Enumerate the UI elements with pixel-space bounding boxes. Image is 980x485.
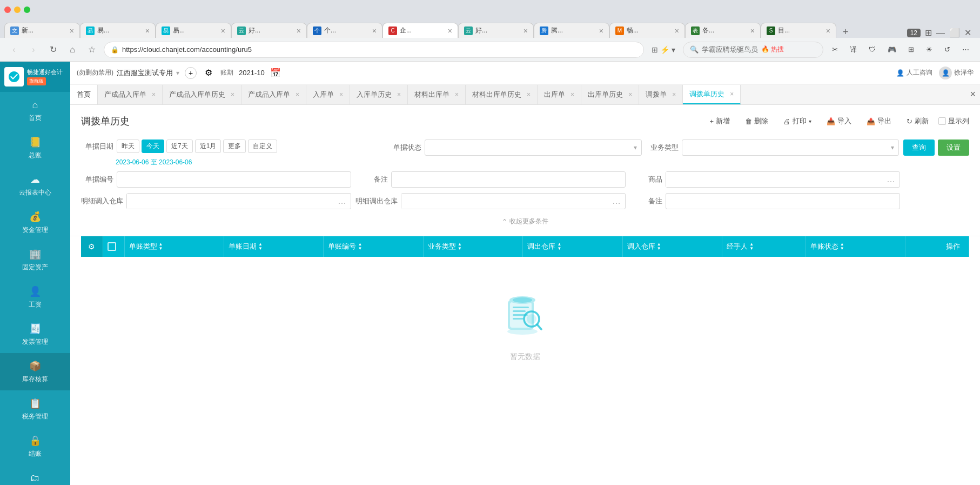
shield-btn[interactable]: 🛡 xyxy=(864,43,880,56)
company-selector[interactable]: (勿删勿禁用) 江西服宝测试专用 ▾ xyxy=(77,68,179,78)
biz-type-select[interactable]: ▾ xyxy=(682,139,899,156)
tab-close-10[interactable]: × xyxy=(750,26,755,35)
browser-tab-9[interactable]: M 畅... × xyxy=(609,23,685,38)
add-btn[interactable]: + 新增 xyxy=(704,114,735,129)
note-input[interactable] xyxy=(666,193,900,209)
page-tab-home[interactable]: 首页 xyxy=(70,85,98,104)
browser-tab-7[interactable]: 云 好... × xyxy=(458,23,534,38)
reload-btn[interactable]: ↻ xyxy=(45,42,61,57)
th-gear[interactable]: ⚙ xyxy=(81,236,103,257)
th-doc-no[interactable]: 单账编号 ▲▼ xyxy=(324,236,423,257)
out-warehouse-more-btn[interactable]: … xyxy=(608,196,625,206)
th-handler[interactable]: 经手人 ▲▼ xyxy=(722,236,806,257)
sidebar-logo[interactable]: 畅捷通好会计 旗舰版 xyxy=(0,62,70,92)
refresh-btn[interactable]: ↻ 刷新 xyxy=(901,114,934,129)
menu-btn[interactable]: ⋯ xyxy=(958,43,974,56)
browser-tab-6[interactable]: C 企... × xyxy=(382,23,458,38)
sidebar-item-archive[interactable]: 🗂 归档管理 xyxy=(0,465,70,485)
export-btn[interactable]: 📤 导出 xyxy=(861,114,897,129)
browser-tab-10[interactable]: 表 各... × xyxy=(685,23,761,38)
browser-tab-8[interactable]: 腾 腾... × xyxy=(534,23,609,38)
translate-btn[interactable]: 译 xyxy=(845,43,861,57)
search-bar[interactable]: 🔍 学霸应聘场驱鸟员 🔥 热搜 xyxy=(683,42,823,58)
brightness-btn[interactable]: ☀ xyxy=(922,43,937,56)
tab-close-rk3[interactable]: × xyxy=(339,91,343,98)
tab-close-4[interactable]: × xyxy=(297,26,301,35)
page-tab-cl1[interactable]: 材料出库单 × xyxy=(408,85,466,104)
in-warehouse-input[interactable] xyxy=(127,194,333,209)
import-btn[interactable]: 📥 导入 xyxy=(821,114,857,129)
browser-tab-1[interactable]: 文 新... × xyxy=(4,23,80,38)
page-tab-ck1h[interactable]: 出库单历史 × xyxy=(581,85,639,104)
minimize-btn[interactable]: — xyxy=(936,28,945,38)
browser-tab-3[interactable]: 易 易... × xyxy=(156,23,231,38)
tab-close-ck1h[interactable]: × xyxy=(628,91,632,98)
window-icon[interactable]: ⊞ xyxy=(925,28,932,38)
th-biz-type[interactable]: 业务类型 ▲▼ xyxy=(423,236,522,257)
th-checkbox[interactable] xyxy=(103,236,124,257)
display-cols-toggle[interactable]: 显示列 xyxy=(938,116,969,126)
collapse-btn[interactable]: ⌃ 收起更多条件 xyxy=(81,214,969,229)
date-btn-yesterday[interactable]: 昨天 xyxy=(117,139,139,153)
status-select[interactable]: ▾ xyxy=(425,139,642,156)
undo-btn[interactable]: ↺ xyxy=(940,43,955,56)
select-all-checkbox[interactable] xyxy=(108,242,116,251)
sidebar-item-close[interactable]: 🔒 结账 xyxy=(0,428,70,465)
page-tab-rk3[interactable]: 入库单 × xyxy=(306,85,350,104)
page-tab-db1h[interactable]: 调拨单历史 × xyxy=(683,85,741,104)
goods-input[interactable] xyxy=(666,172,882,187)
th-doc-date[interactable]: 单账日期 ▲▼ xyxy=(224,236,323,257)
tab-close-7[interactable]: × xyxy=(523,26,528,35)
sidebar-item-inventory[interactable]: 📦 库存核算 xyxy=(0,353,70,390)
bookmark-btn[interactable]: ☆ xyxy=(84,42,99,57)
page-tab-cl1h[interactable]: 材料出库单历史 × xyxy=(466,85,538,104)
page-tab-rk2[interactable]: 产成品入库单 × xyxy=(241,85,306,104)
page-tab-rk1[interactable]: 产成品入库单 × xyxy=(98,85,163,104)
th-doc-status[interactable]: 单账状态 ▲▼ xyxy=(806,236,905,257)
company-dropdown-icon[interactable]: ▾ xyxy=(176,69,179,77)
tab-close-rk1[interactable]: × xyxy=(152,91,156,98)
tab-close-cl1[interactable]: × xyxy=(455,91,459,98)
tab-close-2[interactable]: × xyxy=(145,26,150,35)
date-btn-today[interactable]: 今天 xyxy=(142,139,164,153)
maximize-btn[interactable]: ⬜ xyxy=(949,28,960,38)
delete-btn[interactable]: 🗑 删除 xyxy=(740,114,774,129)
remark-input[interactable] xyxy=(391,171,626,188)
date-btn-custom[interactable]: 自定义 xyxy=(248,139,277,153)
browser-tab-11[interactable]: S 目... × xyxy=(761,23,836,38)
new-tab-btn[interactable]: + xyxy=(838,26,853,38)
doc-no-input[interactable] xyxy=(117,171,351,188)
sidebar-item-salary[interactable]: 👤 工资 xyxy=(0,278,70,316)
date-btn-1month[interactable]: 近1月 xyxy=(195,139,221,153)
sidebar-item-capital[interactable]: 💰 资金管理 xyxy=(0,204,70,241)
tab-close-rk2[interactable]: × xyxy=(296,91,299,98)
forward-btn[interactable]: › xyxy=(26,42,41,57)
sidebar-item-tax[interactable]: 📋 税务管理 xyxy=(0,390,70,428)
close-btn[interactable]: ✕ xyxy=(964,28,971,38)
browser-tab-4[interactable]: 云 好... × xyxy=(231,23,307,38)
th-doc-type[interactable]: 单账类型 ▲▼ xyxy=(124,236,224,257)
tab-close-1[interactable]: × xyxy=(70,26,74,35)
th-out-warehouse[interactable]: 调出仓库 ▲▼ xyxy=(523,236,622,257)
browser-tab-2[interactable]: 易 易... × xyxy=(80,23,156,38)
page-tab-rk3h[interactable]: 入库单历史 × xyxy=(350,85,408,104)
tab-close-9[interactable]: × xyxy=(675,26,679,35)
tab-close-8[interactable]: × xyxy=(599,26,603,35)
add-company-btn[interactable]: + xyxy=(185,67,197,79)
back-btn[interactable]: ‹ xyxy=(6,42,22,57)
tab-close-db1h[interactable]: × xyxy=(730,90,734,98)
page-tab-db1[interactable]: 调拨单 × xyxy=(639,85,683,104)
tab-close-cl1h[interactable]: × xyxy=(527,91,531,98)
tab-bar-close-btn[interactable]: × xyxy=(965,89,980,100)
settings-company-btn[interactable]: ⚙ xyxy=(202,67,215,79)
sidebar-item-home[interactable]: ⌂ 首页 xyxy=(0,92,70,129)
sidebar-item-ledger[interactable]: 📒 总账 xyxy=(0,129,70,167)
user-btn[interactable]: 👤 徐泽华 xyxy=(939,67,974,79)
in-warehouse-more-btn[interactable]: … xyxy=(333,196,351,206)
tab-close-rk1h[interactable]: × xyxy=(231,91,234,98)
out-warehouse-input[interactable] xyxy=(401,194,608,209)
page-tab-ck1[interactable]: 出库单 × xyxy=(538,85,581,104)
goods-more-btn[interactable]: … xyxy=(882,175,900,184)
display-cols-checkbox[interactable] xyxy=(938,117,946,125)
tab-close-6[interactable]: × xyxy=(448,26,452,35)
